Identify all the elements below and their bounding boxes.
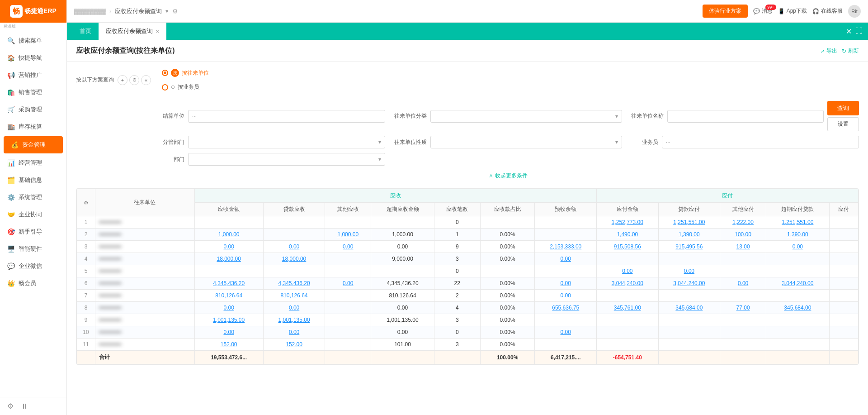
sidebar-logo: 畅 畅捷通ERP <box>0 0 66 23</box>
solution-button[interactable]: 体验行业方案 <box>703 5 748 18</box>
filter-fields: 结算单位 ··· 往来单位分类 ▾ 往来单位名称 <box>157 97 859 169</box>
total-ar-ratio: 100.00% <box>480 351 535 364</box>
sidebar-item-marketing[interactable]: 📢 营销推广 <box>0 67 66 84</box>
add-scheme-button[interactable]: + <box>118 75 127 85</box>
app-download-button[interactable]: 📱 App下载 <box>778 7 807 15</box>
nature-input[interactable]: ▾ <box>430 136 622 148</box>
dropdown-icon3: ▾ <box>615 139 618 145</box>
sidebar-item-search[interactable]: 🔍 搜索菜单 <box>0 32 66 49</box>
table-row: 10━━━━━━━0.000.000.0000.00%0.00 <box>77 326 859 339</box>
settings-bottom-icon[interactable]: ⚙ <box>7 402 14 410</box>
row-num: 4 <box>77 253 95 265</box>
other-ar-cell <box>325 265 371 277</box>
sidebar-item-guide[interactable]: 🎯 新手引导 <box>0 223 66 240</box>
sidebar-item-label: 系统管理 <box>19 193 42 201</box>
dept2-input[interactable]: ▾ <box>188 153 385 166</box>
member-icon: 👑 <box>7 280 15 287</box>
sidebar-item-finance[interactable]: 💰 资金管理 <box>4 136 63 153</box>
edit-scheme-button[interactable]: ⊙ <box>129 75 139 85</box>
gear-icon[interactable]: ⚙ <box>172 8 178 15</box>
dept2-label: 部门 <box>157 156 184 163</box>
other-ar-cell <box>325 216 371 229</box>
ap-tail-cell <box>829 326 858 339</box>
ar-count-cell: 9 <box>434 241 480 253</box>
total-ap-amount: -654,751.40 <box>597 351 659 364</box>
settings-button[interactable]: 设置 <box>827 117 859 131</box>
other-ap-cell: 100.00 <box>720 229 766 241</box>
maximize-icon[interactable]: ⛶ <box>855 27 863 35</box>
avatar[interactable]: Rit <box>848 5 861 18</box>
col-ar-amount: 应收金额 <box>194 203 263 216</box>
sidebar-item-label: 营销推广 <box>19 71 42 79</box>
filter-salesman: 业务员 ··· <box>631 136 859 148</box>
sidebar-item-label: 智能硬件 <box>19 245 42 253</box>
sidebar-item-sales[interactable]: 🛍️ 销售管理 <box>0 84 66 101</box>
sidebar-item-wechat[interactable]: 💬 企业微信 <box>0 258 66 275</box>
collapse-sidebar-icon[interactable]: ⏸ <box>21 402 28 410</box>
other-ap-cell: 13.00 <box>720 241 766 253</box>
sidebar-item-inventory[interactable]: 🏬 库存核算 <box>0 118 66 135</box>
scheme-by-partner[interactable]: 按 按往来单位 <box>158 67 212 79</box>
sidebar-item-label: 畅会员 <box>19 279 36 287</box>
loan-ap-cell <box>658 339 720 351</box>
ar-count-cell: 22 <box>434 277 480 290</box>
sidebar-item-purchase[interactable]: 🛒 采购管理 <box>0 101 66 118</box>
dropdown-icon4: ▾ <box>378 156 381 162</box>
sidebar-item-quicknav[interactable]: 🏠 快捷导航 <box>0 49 66 67</box>
sidebar-item-hardware[interactable]: 🖥️ 智能硬件 <box>0 240 66 258</box>
total-ap-tail <box>829 351 858 364</box>
partner-category-input[interactable]: ▾ <box>430 110 622 123</box>
partner-name-input[interactable] <box>667 110 824 123</box>
tab-home[interactable]: 首页 <box>72 23 99 40</box>
loan-ar-cell: 0.00 <box>263 241 325 253</box>
breadcrumb-dropdown-icon[interactable]: ▾ <box>165 8 169 14</box>
ar-ratio-cell: 0.00% <box>480 326 535 339</box>
online-service-button[interactable]: 🎧 在线客服 <box>812 7 843 15</box>
settings-col-header: ⚙ <box>77 189 95 216</box>
table-row: 5━━━━━━━00.000.00 <box>77 265 859 277</box>
sidebar-item-member[interactable]: 👑 畅会员 <box>0 275 66 292</box>
ar-amount-cell: 0.00 <box>194 302 263 314</box>
tab-bar-right: ✕ ⛶ <box>846 27 863 36</box>
row-num: 11 <box>77 339 95 351</box>
table-settings-icon[interactable]: ⚙ <box>80 197 91 208</box>
table-row: 8━━━━━━━0.000.000.0040.00%655,636.75345,… <box>77 302 859 314</box>
query-button[interactable]: 查询 <box>827 101 859 115</box>
guide-icon: 🎯 <box>7 228 15 235</box>
close-window-icon[interactable]: ✕ <box>846 27 852 36</box>
ap-tail-cell <box>829 253 858 265</box>
tab-arbalance[interactable]: 应收应付余额查询 ✕ <box>99 23 166 40</box>
table-row: 1━━━━━━━01,252,773.001,251,551.001,222.0… <box>77 216 859 229</box>
settlement-unit-input[interactable]: ··· <box>188 110 385 123</box>
refresh-button[interactable]: ↻ 刷新 <box>842 47 859 55</box>
sidebar-item-operations[interactable]: 📊 经营管理 <box>0 154 66 172</box>
overdue-ar-cell: 1,001,135.00 <box>371 314 434 326</box>
overdue-ar-cell: 0.00 <box>371 302 434 314</box>
page-actions: ↗ 导出 ↻ 刷新 <box>820 47 859 55</box>
total-other-ap <box>720 351 766 364</box>
salesman-input[interactable]: ··· <box>662 136 859 148</box>
col-overdue-ap: 超期应付贷款 <box>766 203 830 216</box>
ap-tail-cell <box>829 216 858 229</box>
filter-partner-nature: 往来单位性质 ▾ <box>394 136 622 148</box>
sidebar-item-label: 搜索菜单 <box>19 37 42 45</box>
sidebar-item-basic[interactable]: 🗂️ 基础信息 <box>0 172 66 189</box>
total-overdue-ar <box>371 351 434 364</box>
sidebar-item-corp[interactable]: 🤝 企业协同 <box>0 206 66 223</box>
col-prepay: 预收余额 <box>535 203 597 216</box>
export-button[interactable]: ↗ 导出 <box>820 47 837 55</box>
row-num: 3 <box>77 241 95 253</box>
dept-input[interactable]: ▾ <box>188 136 385 148</box>
ap-amount-cell: 3,044,240.00 <box>597 277 659 290</box>
tab-close-icon[interactable]: ✕ <box>156 29 159 34</box>
collapse-button[interactable]: ∧ 收起更多条件 <box>157 169 859 182</box>
scheme-by-salesman[interactable]: ⊙ 按业务员 <box>158 81 212 93</box>
service-label: 在线客服 <box>821 7 843 15</box>
collapse-scheme-button[interactable]: « <box>141 75 151 85</box>
sidebar-item-system[interactable]: ⚙️ 系统管理 <box>0 189 66 206</box>
loan-ap-cell <box>658 314 720 326</box>
partner-name-label: 往来单位名称 <box>631 112 664 120</box>
message-button[interactable]: 💬 消息 99+ <box>753 7 773 15</box>
purchase-icon: 🛒 <box>7 106 15 113</box>
partner-cell: ━━━━━━━ <box>95 314 195 326</box>
